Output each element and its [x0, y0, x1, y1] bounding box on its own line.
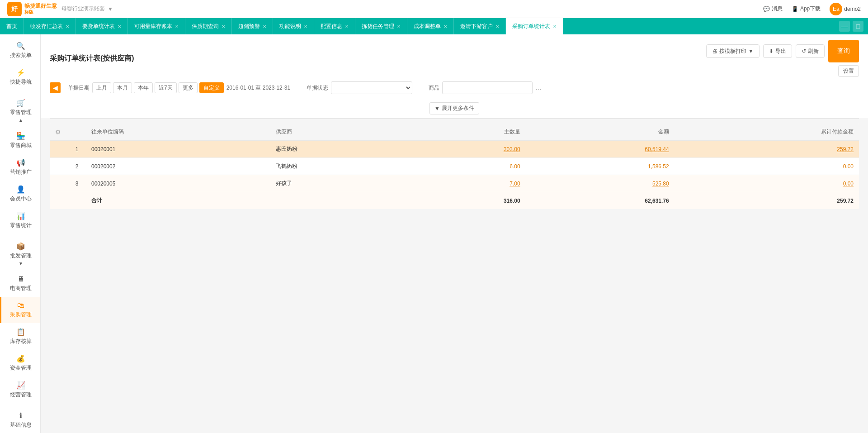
tab-home[interactable]: 首页	[0, 18, 24, 34]
tab-pick-task[interactable]: 拣货任务管理 ✕	[355, 18, 407, 34]
col-settings[interactable]: ⚙	[50, 124, 68, 141]
refresh-button[interactable]: ↺ 刷新	[796, 44, 825, 58]
close-tab-1[interactable]: ✕	[66, 24, 69, 29]
sidebar-item-member[interactable]: 👤 会员中心	[0, 181, 40, 207]
date-this-year[interactable]: 本年	[134, 82, 153, 93]
table-header: ⚙ 往来单位编码 供应商 主数量 金额 累计付款金额	[50, 124, 859, 141]
row-2-qty[interactable]: 6.00	[409, 158, 525, 175]
date-last-7-days[interactable]: 近7天	[155, 82, 177, 93]
row-3-checkbox[interactable]	[50, 175, 68, 192]
row-3-amount[interactable]: 525.80	[526, 175, 675, 192]
template-print-button[interactable]: 🖨 按模板打印 ▼	[706, 44, 760, 58]
finance-icon: 💰	[16, 354, 25, 363]
user-avatar-area[interactable]: Ea demo2	[830, 3, 861, 15]
page-header-top: 采购订单统计表(按供应商) 🖨 按模板打印 ▼ ⬇ 导出	[50, 40, 859, 77]
nav-minimize-btn[interactable]: —	[839, 21, 850, 32]
tab-stock-book[interactable]: 可用量库存账本 ✕	[128, 18, 185, 34]
footer-paid: 259.72	[675, 192, 859, 209]
table-row[interactable]: 1 00020001 惠氏奶粉 303.00 60,519.44 259.72	[50, 141, 859, 158]
export-button[interactable]: ⬇ 导出	[763, 44, 792, 58]
tab-purchase-order-stats[interactable]: 采购订单统计表 ✕	[506, 18, 563, 34]
expand-more-btn[interactable]: ▼ 展开更多条件	[429, 102, 479, 114]
app-download-button[interactable]: 📱 App下载	[792, 5, 821, 13]
expand-row: ▼ 展开更多条件	[50, 99, 859, 119]
close-tab-5[interactable]: ✕	[263, 24, 266, 29]
nav-maximize-btn[interactable]: □	[853, 21, 863, 32]
message-button[interactable]: 💬 消息	[763, 5, 783, 13]
row-1-paid[interactable]: 259.72	[675, 141, 859, 158]
tab-invite-downstream[interactable]: 邀请下游客户 ✕	[454, 18, 506, 34]
close-tab-3[interactable]: ✕	[175, 24, 179, 29]
purchase-icon: 🛍	[17, 301, 24, 309]
close-tab-8[interactable]: ✕	[397, 24, 401, 29]
date-more[interactable]: 更多	[179, 82, 198, 93]
goods-more-icon[interactable]: ...	[535, 84, 541, 92]
footer-amount: 62,631.76	[526, 192, 675, 209]
logo-area: 好 畅捷通好生意 标版	[7, 2, 57, 16]
row-2-paid[interactable]: 0.00	[675, 158, 859, 175]
close-tab-11[interactable]: ✕	[553, 24, 557, 29]
download-icon: 📱	[792, 6, 798, 12]
row-1-qty[interactable]: 303.00	[409, 141, 525, 158]
row-2-index: 2	[68, 158, 86, 175]
tab-cost-adjust[interactable]: 成本调整单 ✕	[407, 18, 454, 34]
goods-input[interactable]	[442, 81, 533, 94]
tab-overstock[interactable]: 超储预警 ✕	[232, 18, 273, 34]
sidebar-item-purchase[interactable]: 🛍 采购管理	[0, 297, 40, 323]
sidebar-item-retail-mgmt[interactable]: 🛒 零售管理 ▲	[0, 94, 40, 127]
close-tab-4[interactable]: ✕	[222, 24, 225, 29]
tab-order-stats[interactable]: 要货单统计表 ✕	[76, 18, 128, 34]
sidebar-item-finance[interactable]: 💰 资金管理	[0, 350, 40, 376]
col-qty: 主数量	[409, 124, 525, 141]
filter-area: ◀ 单据日期 上月 本月 本年 近7天 更多 自定义 2016-01-01 至 …	[50, 81, 859, 99]
sidebar-item-search[interactable]: 🔍 搜索菜单	[0, 37, 40, 64]
close-tab-6[interactable]: ✕	[304, 24, 307, 29]
sidebar-item-stock[interactable]: 📋 库存核算	[0, 323, 40, 350]
collapse-filter-btn[interactable]: ◀	[50, 82, 61, 93]
data-table: ⚙ 往来单位编码 供应商 主数量 金额 累计付款金额 1 00020001	[50, 124, 859, 209]
sidebar-item-retail-stats[interactable]: 📊 零售统计	[0, 207, 40, 234]
retail-stats-icon: 📊	[16, 212, 25, 220]
tab-shelf-life[interactable]: 保质期查询 ✕	[185, 18, 232, 34]
row-1-supplier: 惠氏奶粉	[270, 141, 409, 158]
top-bar-right: 💬 消息 📱 App下载 Ea demo2	[763, 3, 861, 15]
date-range-display: 2016-01-01 至 2023-12-31	[226, 84, 290, 92]
table-row[interactable]: 2 00020002 飞鹤奶粉 6.00 1,586.52 0.00	[50, 158, 859, 175]
tab-function-desc[interactable]: 功能说明 ✕	[273, 18, 314, 34]
sidebar-item-quick-nav[interactable]: ⚡ 快捷导航	[0, 64, 40, 90]
avatar: Ea	[830, 3, 842, 15]
tab-receipt-summary[interactable]: 收发存汇总表 ✕	[24, 18, 76, 34]
chevron-down-icon: ▲	[19, 118, 23, 123]
date-this-month[interactable]: 本月	[113, 82, 132, 93]
row-3-paid[interactable]: 0.00	[675, 175, 859, 192]
table-settings-icon[interactable]: ⚙	[55, 128, 61, 136]
row-2-amount[interactable]: 1,586.52	[526, 158, 675, 175]
row-1-amount[interactable]: 60,519.44	[526, 141, 675, 158]
date-shortcut-buttons: 上月 本月 本年 近7天 更多 自定义	[92, 82, 224, 93]
table-footer: 合计 316.00 62,631.76 259.72	[50, 192, 859, 209]
row-1-checkbox[interactable]	[50, 141, 68, 158]
query-button[interactable]: 查询	[828, 40, 859, 62]
date-custom[interactable]: 自定义	[199, 82, 224, 93]
close-tab-10[interactable]: ✕	[495, 24, 499, 29]
breadcrumb[interactable]: 母婴行业演示账套 ▼	[61, 5, 113, 13]
sidebar-item-wholesale[interactable]: 📦 批发管理 ▼	[0, 238, 40, 271]
sidebar-item-ecommerce[interactable]: 🖥 电商管理	[0, 271, 40, 297]
table-row[interactable]: 3 00020005 好孩子 7.00 525.80 0.00	[50, 175, 859, 192]
status-filter-group: 单据状态	[307, 81, 412, 94]
sidebar-item-retail-shop[interactable]: 🏪 零售商城	[0, 127, 40, 154]
close-tab-2[interactable]: ✕	[118, 24, 121, 29]
page-header: 采购订单统计表(按供应商) 🖨 按模板打印 ▼ ⬇ 导出	[41, 34, 868, 119]
settings-button[interactable]: 设置	[838, 65, 859, 77]
row-2-checkbox[interactable]	[50, 158, 68, 175]
tab-config[interactable]: 配置信息 ✕	[314, 18, 355, 34]
sidebar-item-marketing[interactable]: 📢 营销推广	[0, 154, 40, 181]
sidebar-item-operations[interactable]: 📈 经营管理	[0, 376, 40, 403]
sidebar-item-basic-info[interactable]: ℹ 基础信息	[0, 407, 40, 433]
close-tab-7[interactable]: ✕	[345, 24, 349, 29]
row-3-supplier: 好孩子	[270, 175, 409, 192]
status-select[interactable]	[331, 81, 412, 94]
close-tab-9[interactable]: ✕	[443, 24, 447, 29]
row-3-qty[interactable]: 7.00	[409, 175, 525, 192]
date-last-month[interactable]: 上月	[92, 82, 111, 93]
